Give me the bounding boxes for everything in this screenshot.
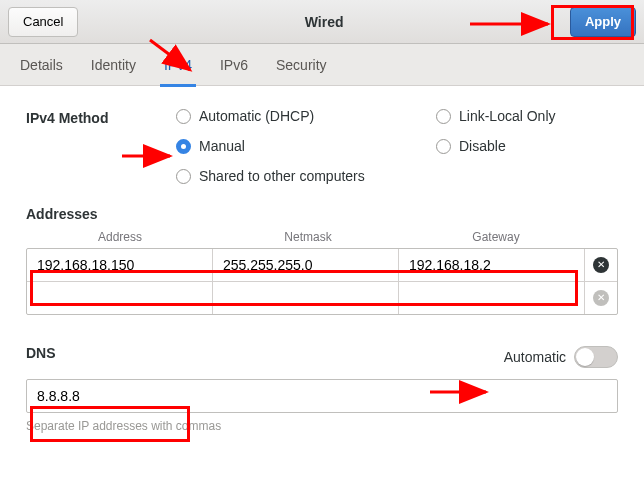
cancel-button[interactable]: Cancel [8,7,78,37]
annotation-rect-apply [551,5,634,40]
delete-row-button[interactable] [585,282,617,314]
radio-circle-icon [176,169,191,184]
radio-link-local[interactable]: Link-Local Only [436,108,556,124]
header-netmask: Netmask [214,230,402,244]
radio-circle-icon [436,109,451,124]
radio-link-local-label: Link-Local Only [459,108,556,124]
dns-automatic-label: Automatic [504,349,566,365]
radio-disable[interactable]: Disable [436,138,556,154]
header-gateway: Gateway [402,230,590,244]
radio-shared[interactable]: Shared to other computers [176,168,436,184]
radio-circle-icon [176,109,191,124]
annotation-rect-dns-input [30,406,190,442]
radio-manual[interactable]: Manual [176,138,436,154]
addresses-headers: Address Netmask Gateway [26,230,618,244]
tab-identity[interactable]: Identity [91,44,136,86]
window-title: Wired [305,14,344,30]
ipv4-method-label: IPv4 Method [26,108,176,184]
addresses-title: Addresses [26,206,618,222]
radio-circle-icon [176,139,191,154]
dns-automatic-switch[interactable] [574,346,618,368]
dns-title: DNS [26,345,504,361]
tab-ipv6[interactable]: IPv6 [220,44,248,86]
radio-circle-icon [436,139,451,154]
radio-automatic-label: Automatic (DHCP) [199,108,314,124]
radio-shared-label: Shared to other computers [199,168,365,184]
tabs: Details Identity IPv4 IPv6 Security [0,44,644,86]
tab-details[interactable]: Details [20,44,63,86]
close-icon [593,290,609,306]
tab-ipv4[interactable]: IPv4 [164,44,192,86]
radio-disable-label: Disable [459,138,506,154]
switch-knob-icon [576,348,594,366]
headerbar: Cancel Wired Apply [0,0,644,44]
ipv4-method-section: IPv4 Method Automatic (DHCP) Manual Shar… [26,108,618,184]
annotation-rect-address-row [30,270,578,306]
header-address: Address [26,230,214,244]
close-icon [593,257,609,273]
delete-row-button[interactable] [585,249,617,281]
radio-manual-label: Manual [199,138,245,154]
tab-security[interactable]: Security [276,44,327,86]
radio-automatic[interactable]: Automatic (DHCP) [176,108,436,124]
